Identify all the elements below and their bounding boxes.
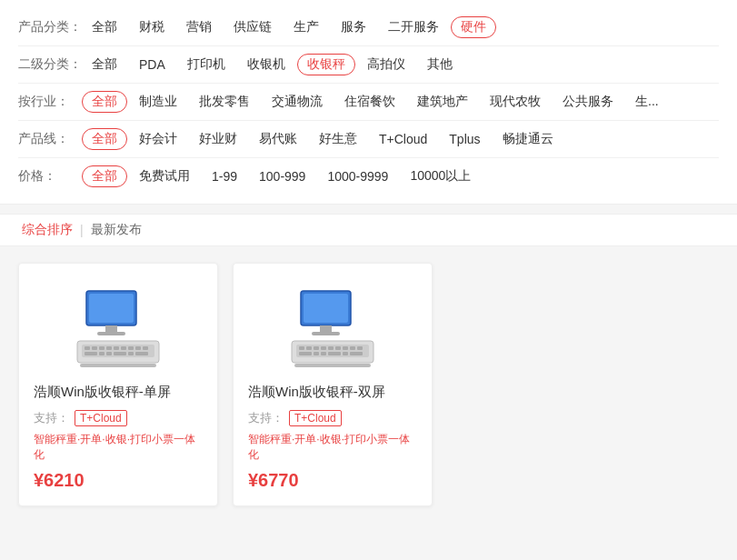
filter-item-industry-4[interactable]: 住宿餐饮: [334, 91, 405, 113]
filter-item-product_line-6[interactable]: Tplus: [439, 129, 490, 149]
filter-item-subcategory-4[interactable]: 收银秤: [297, 54, 355, 75]
sort-item-1[interactable]: 最新发布: [87, 222, 145, 238]
filter-item-price-4[interactable]: 1000-9999: [317, 166, 398, 186]
product-support-1: 支持： T+Cloud: [248, 410, 417, 426]
product-line-items: 全部好会计好业财易代账好生意T+CloudTplus畅捷通云: [82, 128, 563, 150]
filter-item-subcategory-5[interactable]: 高拍仪: [357, 54, 415, 75]
svg-rect-23: [304, 294, 348, 323]
svg-rect-19: [128, 352, 134, 355]
filter-item-product_line-0[interactable]: 全部: [82, 128, 127, 150]
filter-item-category-1[interactable]: 财税: [129, 16, 174, 38]
svg-rect-35: [350, 346, 355, 350]
svg-rect-41: [343, 352, 348, 355]
svg-rect-33: [335, 346, 341, 350]
support-badge-1: T+Cloud: [289, 410, 342, 426]
filter-item-category-7[interactable]: 硬件: [451, 16, 496, 38]
svg-rect-1: [89, 294, 134, 323]
svg-rect-28: [299, 346, 304, 350]
filter-item-subcategory-2[interactable]: 打印机: [177, 54, 235, 75]
industry-filter-row: 按行业： 全部制造业批发零售交通物流住宿餐饮建筑地产现代农牧公共服务生...: [18, 84, 719, 121]
filter-item-price-3[interactable]: 100-999: [249, 166, 315, 186]
filter-item-industry-3[interactable]: 交通物流: [262, 91, 333, 113]
svg-rect-11: [121, 346, 126, 350]
filter-item-subcategory-3[interactable]: 收银机: [237, 54, 295, 75]
subcategory-label: 二级分类：: [18, 56, 82, 73]
product-name-1: 浩顺Win版收银秤-双屏: [248, 384, 417, 401]
svg-rect-7: [92, 346, 97, 350]
svg-rect-13: [135, 346, 141, 350]
product-line-label: 产品线：: [18, 131, 82, 147]
industry-label: 按行业：: [18, 94, 82, 110]
product-card-1[interactable]: 浩顺Win版收银秤-双屏 支持： T+Cloud 智能秤重·开单·收银·打印小票…: [233, 263, 433, 506]
filter-item-category-3[interactable]: 供应链: [224, 16, 282, 38]
sort-bar: 综合排序 | 最新发布: [0, 214, 737, 246]
filter-item-product_line-1[interactable]: 好会计: [129, 128, 187, 150]
filter-item-subcategory-1[interactable]: PDA: [129, 55, 175, 75]
filter-item-industry-6[interactable]: 现代农牧: [480, 91, 551, 113]
svg-rect-21: [80, 364, 156, 367]
price-label: 价格：: [18, 168, 82, 185]
svg-rect-6: [85, 346, 90, 350]
filter-item-category-4[interactable]: 生产: [284, 16, 329, 38]
svg-rect-42: [350, 352, 363, 355]
sort-item-0[interactable]: 综合排序: [18, 222, 76, 238]
industry-items: 全部制造业批发零售交通物流住宿餐饮建筑地产现代农牧公共服务生...: [82, 91, 669, 113]
category-filter-row: 产品分类： 全部财税营销供应链生产服务二开服务硬件: [18, 9, 719, 46]
filter-item-price-0[interactable]: 全部: [82, 165, 127, 187]
svg-rect-39: [321, 352, 326, 355]
filter-item-category-6[interactable]: 二开服务: [378, 16, 449, 38]
svg-rect-17: [106, 352, 112, 355]
sort-divider: |: [80, 223, 84, 237]
svg-rect-34: [343, 346, 348, 350]
filter-item-category-2[interactable]: 营销: [176, 16, 222, 38]
filter-item-industry-5[interactable]: 建筑地产: [407, 91, 478, 113]
filter-item-industry-2[interactable]: 批发零售: [189, 91, 260, 113]
product-image-1: [248, 282, 417, 373]
svg-rect-37: [299, 352, 312, 355]
filter-item-product_line-7[interactable]: 畅捷通云: [493, 128, 563, 150]
svg-rect-31: [321, 346, 326, 350]
price-items: 全部免费试用1-99100-9991000-999910000以上: [82, 165, 481, 187]
product-desc-1: 智能秤重·开单·收银·打印小票一体化: [248, 432, 417, 463]
filter-item-industry-7[interactable]: 公共服务: [553, 91, 623, 113]
filter-item-price-1[interactable]: 免费试用: [129, 165, 200, 187]
category-label: 产品分类：: [18, 19, 82, 35]
filter-item-price-5[interactable]: 10000以上: [400, 165, 481, 187]
filter-item-industry-1[interactable]: 制造业: [129, 91, 187, 113]
svg-rect-40: [328, 352, 341, 355]
filter-item-product_line-2[interactable]: 好业财: [189, 128, 247, 150]
filter-item-category-0[interactable]: 全部: [82, 16, 127, 38]
filter-item-industry-8[interactable]: 生...: [625, 91, 669, 113]
svg-rect-32: [328, 346, 334, 350]
svg-rect-24: [320, 325, 332, 333]
svg-rect-36: [357, 346, 363, 350]
product-price-1: ¥6770: [248, 470, 417, 491]
filter-item-price-2[interactable]: 1-99: [202, 166, 247, 186]
product-name-0: 浩顺Win版收银秤-单屏: [34, 384, 203, 401]
svg-rect-3: [97, 332, 125, 335]
product-support-0: 支持： T+Cloud: [34, 410, 203, 426]
svg-rect-30: [314, 346, 319, 350]
filter-item-category-5[interactable]: 服务: [331, 16, 376, 38]
filter-item-product_line-4[interactable]: 好生意: [309, 128, 367, 150]
svg-rect-18: [114, 352, 126, 355]
filter-item-industry-0[interactable]: 全部: [82, 91, 127, 113]
filter-item-product_line-3[interactable]: 易代账: [249, 128, 307, 150]
filter-section: 产品分类： 全部财税营销供应链生产服务二开服务硬件 二级分类： 全部PDA打印机…: [0, 0, 737, 205]
support-label-0: 支持：: [34, 410, 69, 426]
svg-rect-8: [99, 346, 105, 350]
subcategory-items: 全部PDA打印机收银机收银秤高拍仪其他: [82, 54, 463, 75]
filter-item-subcategory-0[interactable]: 全部: [82, 54, 127, 75]
filter-item-product_line-5[interactable]: T+Cloud: [369, 129, 437, 149]
svg-rect-43: [294, 364, 371, 367]
svg-rect-2: [105, 325, 117, 333]
support-badge-0: T+Cloud: [75, 410, 127, 426]
products-grid: 浩顺Win版收银秤-单屏 支持： T+Cloud 智能秤重·开单·收银·打印小票…: [0, 254, 737, 525]
product-card-0[interactable]: 浩顺Win版收银秤-单屏 支持： T+Cloud 智能秤重·开单·收银·打印小票…: [18, 263, 218, 506]
svg-rect-20: [135, 352, 148, 355]
product-image-0: [34, 282, 203, 373]
subcategory-filter-row: 二级分类： 全部PDA打印机收银机收银秤高拍仪其他: [18, 46, 719, 84]
svg-rect-12: [128, 346, 134, 350]
filter-item-subcategory-6[interactable]: 其他: [417, 54, 463, 75]
svg-rect-9: [106, 346, 112, 350]
